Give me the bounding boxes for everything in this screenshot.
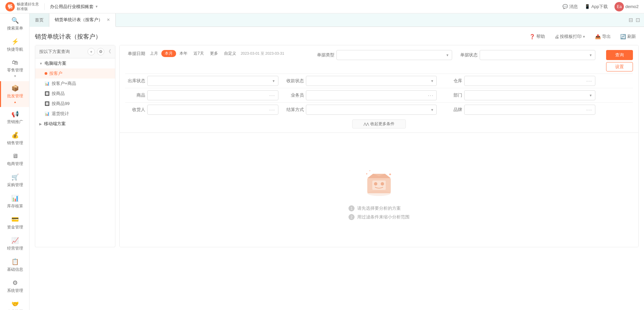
collapse-scheme-btn[interactable]: 《 bbox=[106, 49, 111, 55]
sidebar-item-finance[interactable]: 💳 资金管理 bbox=[0, 212, 29, 234]
sidebar-item-basic[interactable]: 📋 基础信息 bbox=[0, 255, 29, 276]
active-dot bbox=[45, 72, 47, 75]
more-icon: ··· bbox=[586, 78, 592, 84]
download-icon: 📱 bbox=[585, 4, 590, 9]
quicknav-icon: ⚡ bbox=[11, 38, 19, 45]
settings-scheme-btn[interactable]: ⚙ bbox=[97, 48, 104, 55]
settings-button[interactable]: 设置 bbox=[606, 62, 633, 71]
brand-label: 品牌 bbox=[442, 107, 462, 113]
print-btn[interactable]: 🖨 按模板打印 ▼ bbox=[552, 32, 588, 41]
date-last-month-btn[interactable]: 上月 bbox=[147, 50, 161, 57]
scheme-item-refund[interactable]: 📊 退货统计 bbox=[35, 109, 115, 119]
hint-text-2: 用过滤条件来缩小分析范围 bbox=[357, 214, 410, 220]
user-avatar[interactable]: Ea demo2 bbox=[614, 2, 639, 11]
goods-label: 商品 bbox=[125, 92, 145, 98]
group-arrow-icon: ▼ bbox=[39, 62, 43, 65]
tab-close-icon[interactable]: ✕ bbox=[107, 17, 110, 22]
sidebar-item-label: 系统管理 bbox=[7, 288, 23, 294]
hint-num-2: 2 bbox=[348, 214, 355, 220]
collapse-btn[interactable]: ⋀⋀ 收起更多条件 bbox=[352, 119, 406, 128]
collapse-container: ⋀⋀ 收起更多条件 bbox=[125, 117, 633, 130]
collect-status-select[interactable]: ▼ bbox=[306, 76, 437, 86]
scheme-item-label: 按商品 bbox=[52, 91, 65, 97]
minimize-icon[interactable]: ⊟ bbox=[629, 17, 633, 23]
settlement-label: 结算方式 bbox=[284, 107, 304, 113]
scheme-header: 按以下方案查询 ＋ ⚙ 《 bbox=[35, 45, 115, 58]
scheme-group-desktop-title[interactable]: ▼ 电脑端方案 bbox=[35, 58, 115, 68]
date-more-btn[interactable]: 更多 bbox=[207, 50, 221, 57]
sidebar-item-purchase[interactable]: 🛒 采购管理 bbox=[0, 170, 29, 191]
scheme-item-by-customer[interactable]: 按客户 bbox=[35, 68, 115, 79]
app-download-btn[interactable]: 📱 App下载 bbox=[585, 4, 608, 10]
salesperson-label: 业务员 bbox=[284, 92, 304, 98]
add-scheme-btn[interactable]: ＋ bbox=[88, 48, 95, 55]
scheme-group-mobile: ▶ 移动端方案 bbox=[35, 119, 115, 129]
collect-status-filter: 收款状态 ▼ bbox=[284, 76, 437, 86]
page-title: 销货单统计表（按客户） bbox=[35, 33, 101, 41]
top-header: 畅 畅捷通好生意 标准版 办公用品行业模拟账套 ▼ 💬 消息 📱 App下载 E… bbox=[0, 0, 644, 13]
sidebar-item-system[interactable]: ⚙ 系统管理 bbox=[0, 276, 29, 297]
settlement-select[interactable]: ▼ bbox=[306, 105, 437, 115]
date-this-year-btn[interactable]: 本年 bbox=[177, 50, 190, 57]
sidebar-item-label: 批发管理 bbox=[7, 93, 23, 99]
industry-selector[interactable]: 办公用品行业模拟账套 ▼ bbox=[50, 4, 98, 10]
brand-select[interactable]: ··· bbox=[464, 105, 595, 115]
sidebar-item-sales[interactable]: 💰 销售管理 bbox=[0, 128, 29, 149]
filter-row-2: 出库状态 ▼ 收款状态 ▼ bbox=[125, 74, 633, 88]
chevron-icon: ▼ bbox=[446, 53, 449, 57]
scheme-group-mobile-title[interactable]: ▶ 移动端方案 bbox=[35, 119, 115, 129]
scheme-header-title: 按以下方案查询 bbox=[39, 49, 70, 55]
receiver-select[interactable]: ··· bbox=[147, 105, 278, 115]
sidebar-item-marketing[interactable]: 📢 营销推广 bbox=[0, 107, 29, 128]
sidebar-item-quicknav[interactable]: ⚡ 快捷导航 bbox=[0, 35, 29, 56]
sidebar-item-operations[interactable]: 📈 经营管理 bbox=[0, 234, 29, 255]
date-last7-btn[interactable]: 近7天 bbox=[191, 50, 207, 57]
sidebar-item-label: 电商管理 bbox=[7, 161, 23, 167]
tab-sales-stat[interactable]: 销货单统计表（按客户） ✕ bbox=[49, 13, 116, 27]
scheme-item-by-goods[interactable]: 🔲 按商品 bbox=[35, 89, 115, 99]
refresh-btn[interactable]: 🔄 刷新 bbox=[618, 32, 639, 41]
sidebar-item-label: 搜索菜单 bbox=[7, 25, 23, 31]
enterprise-icon: 🤝 bbox=[11, 300, 19, 308]
sidebar-item-enterprise[interactable]: 🤝 企业协同 bbox=[0, 297, 29, 310]
receiver-filter: 收货人 ··· bbox=[125, 105, 278, 115]
date-this-month-btn[interactable]: 本月 bbox=[161, 50, 176, 57]
sidebar-item-wholesale[interactable]: 📦 批发管理 ▲ bbox=[0, 81, 29, 107]
hint-text-1: 请先选择要分析的方案 bbox=[357, 205, 401, 211]
divider bbox=[44, 3, 45, 10]
svg-text:✦: ✦ bbox=[369, 170, 371, 172]
salesperson-select[interactable]: ··· bbox=[306, 90, 437, 100]
department-filter: 部门 ▼ bbox=[442, 90, 595, 100]
date-custom-btn[interactable]: 自定义 bbox=[221, 50, 239, 57]
goods-select[interactable]: ··· bbox=[147, 90, 278, 100]
scheme-actions: ＋ ⚙ 《 bbox=[88, 48, 111, 55]
tab-home[interactable]: 首页 bbox=[30, 13, 49, 27]
sidebar-item-ecommerce[interactable]: 🖥 电商管理 bbox=[0, 149, 29, 170]
help-btn[interactable]: ❓ 帮助 bbox=[527, 32, 548, 41]
tab-sales-stat-label: 销货单统计表（按客户） bbox=[55, 17, 103, 23]
message-btn[interactable]: 💬 消息 bbox=[562, 4, 578, 10]
scheme-item-by-goods-99[interactable]: 🔲 按商品99 bbox=[35, 99, 115, 109]
sidebar-item-inventory[interactable]: 📊 库存核算 bbox=[0, 191, 29, 212]
marketing-icon: 📢 bbox=[11, 110, 19, 118]
department-select[interactable]: ▼ bbox=[464, 90, 595, 100]
tab-bar: 首页 销货单统计表（按客户） ✕ ⊟ ⊡ bbox=[30, 13, 644, 27]
maximize-icon[interactable]: ⊡ bbox=[636, 17, 640, 23]
empty-state-icon: ✦ ✦ ✦ bbox=[359, 160, 399, 200]
doc-type-select[interactable]: ▼ bbox=[336, 50, 452, 60]
query-button[interactable]: 查询 bbox=[606, 50, 633, 60]
print-arrow-icon: ▼ bbox=[582, 35, 586, 39]
scheme-item-by-customer-goods[interactable]: 📊 按客户+商品 bbox=[35, 79, 115, 89]
scheme-panel: 按以下方案查询 ＋ ⚙ 《 ▼ 电脑端方案 bbox=[35, 45, 115, 247]
sidebar-item-search[interactable]: 🔍 搜索菜单 bbox=[0, 13, 29, 35]
sidebar-item-retail[interactable]: 🛍 零售管理 ▼ bbox=[0, 56, 29, 81]
logo-icon: 畅 bbox=[5, 2, 15, 11]
logo-area: 畅 畅捷通好生意 标准版 bbox=[5, 2, 39, 11]
chevron-icon: ▼ bbox=[589, 53, 592, 57]
warehouse-select[interactable]: ··· bbox=[464, 76, 595, 86]
scheme-item-icon: 🔲 bbox=[45, 91, 50, 96]
out-status-select[interactable]: ▼ bbox=[147, 76, 278, 86]
export-btn[interactable]: 📤 导出 bbox=[592, 32, 613, 41]
doc-status-select[interactable]: ▼ bbox=[480, 50, 595, 60]
sidebar-item-label: 库存核算 bbox=[7, 203, 23, 209]
